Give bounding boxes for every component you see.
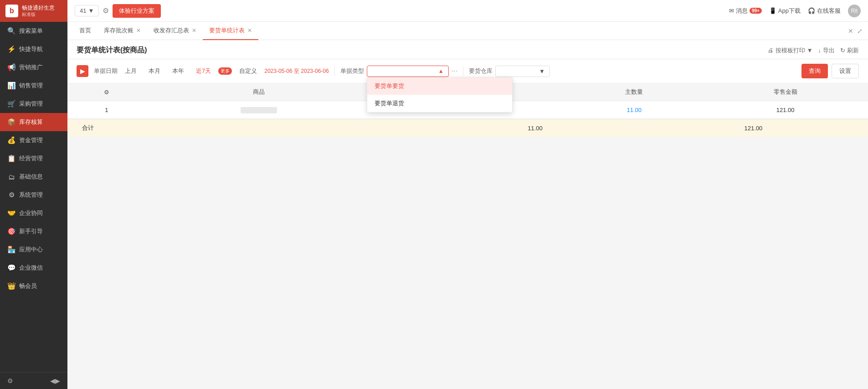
warehouse-filter-group: 要货仓库 ▼ [469,66,550,77]
dropdown-item-order[interactable]: 要货单要货 [367,77,512,95]
message-button[interactable]: ✉ 消息 99+ [729,7,762,15]
tab-batch[interactable]: 库存批次账 ✕ [98,22,147,40]
date-filter-label: 单据日期 [94,67,118,75]
chevron-down-warehouse-icon: ▼ [539,68,545,75]
sidebar-item-member[interactable]: 👑 畅会员 [0,277,67,295]
online-service-label: 在线客服 [817,7,841,15]
tab-order-stat[interactable]: 要货单统计表 ✕ [203,22,258,40]
sidebar-item-finance[interactable]: 💰 资金管理 [0,131,67,149]
service-icon: 🎧 [808,7,815,14]
row-quantity[interactable]: 11.00 [565,101,703,119]
date-custom-btn[interactable]: 自定义 [235,65,262,77]
sidebar-item-system[interactable]: ⚙ 系统管理 [0,186,67,204]
guide-icon: 🎯 [7,227,15,235]
table-footer: 合计 11.00 121.00 [67,119,868,137]
filter-expand-button[interactable]: ▶ [77,65,88,77]
sidebar-item-label: 系统管理 [19,191,43,199]
footer-label: 合计 [73,124,164,132]
phone-icon: 📱 [769,7,776,14]
col-amount-header: 零售金额 [703,83,868,101]
close-collect-tab-icon[interactable]: ✕ [192,27,196,34]
sidebar-item-guide[interactable]: 🎯 新手引导 [0,222,67,241]
expand-tab-icon[interactable]: ⤢ [857,27,863,35]
filter-action-group: 查询 设置 [801,64,859,78]
warehouse-filter-label: 要货仓库 [469,67,493,75]
product-name-placeholder [241,107,277,113]
type-select[interactable]: ▲ [367,66,449,77]
store-selector[interactable]: 41 ▼ [75,5,99,16]
type-filter-more-icon[interactable]: ··· [452,67,457,75]
filter-divider-1 [334,67,335,76]
system-icon: ⚙ [7,191,15,199]
sidebar-item-basic[interactable]: 🗂 基础信息 [0,168,67,186]
tab-order-stat-label: 要货单统计表 [209,26,245,35]
close-all-tabs-icon[interactable]: ✕ [848,27,853,35]
sidebar-item-wechat[interactable]: 💬 企业微信 [0,259,67,277]
sidebar-item-marketing[interactable]: 📢 营销推广 [0,58,67,77]
sidebar-item-label: 搜索菜单 [19,27,43,35]
close-order-stat-tab-icon[interactable]: ✕ [247,27,252,34]
app-download-button[interactable]: 📱 App下载 [769,7,801,15]
type-dropdown-menu: 要货单要货 要货单退货 [367,77,513,113]
sidebar-item-inventory[interactable]: 📦 库存核算 [0,113,67,131]
sidebar-item-label: 快捷导航 [19,45,43,53]
message-badge: 99+ [750,8,762,14]
app-download-label: App下载 [778,7,801,15]
sidebar-item-appstore[interactable]: 🏪 应用中心 [0,241,67,259]
date-this-month-btn[interactable]: 本月 [144,65,165,77]
col-product-header: 商品 [146,83,372,101]
date-this-year-btn[interactable]: 本年 [168,65,189,77]
settings-button[interactable]: 设置 [832,64,859,78]
sidebar-item-label: 销售管理 [19,82,43,90]
gear-icon[interactable]: ⚙ [103,6,109,15]
sidebar-item-label: 企业协同 [19,209,43,217]
row-index: 1 [67,101,146,119]
tab-home[interactable]: 首页 [73,22,98,40]
footer-spacer [164,125,426,132]
type-select-input[interactable] [372,68,436,75]
trial-button[interactable]: 体验行业方案 [113,4,161,18]
sidebar-item-search[interactable]: 🔍 搜索菜单 [0,22,67,40]
cooperation-icon: 🤝 [7,209,15,217]
online-service-button[interactable]: 🎧 在线客服 [808,7,841,15]
export-button[interactable]: ↓ 导出 [818,46,835,55]
sidebar-item-label: 经营管理 [19,154,43,163]
settings-footer-icon[interactable]: ⚙ [7,377,13,384]
print-button[interactable]: 🖨 按模板打印 ▼ [768,46,813,55]
query-button[interactable]: 查询 [801,64,828,78]
sidebar-item-label: 采购管理 [19,100,43,108]
footer-amount: 121.00 [644,125,863,132]
sidebar-item-label: 基础信息 [19,173,43,181]
operation-icon: 📋 [7,154,15,163]
sidebar-item-operation[interactable]: 📋 经营管理 [0,149,67,168]
sidebar-item-label: 畅会员 [19,282,37,290]
chevron-down-icon: ▼ [88,7,94,14]
sidebar-item-purchase[interactable]: 🛒 采购管理 [0,95,67,113]
tab-collect-label: 收发存汇总表 [154,26,189,35]
refresh-button[interactable]: ↻ 刷新 [840,46,859,55]
date-last-month-btn[interactable]: 上月 [120,65,141,77]
sidebar-header: b 畅捷通好生意 标准版 [0,0,67,22]
date-last-7days-btn[interactable]: 近7天 [191,65,216,77]
page-title: 要货单统计表(按商品) [77,46,147,55]
warehouse-select[interactable]: ▼ [495,66,550,77]
tab-collect[interactable]: 收发存汇总表 ✕ [147,22,203,40]
footer-quantity: 11.00 [426,125,644,132]
close-batch-tab-icon[interactable]: ✕ [136,27,141,34]
tab-extra-controls: ✕ ⤢ [848,27,863,35]
sidebar-item-cooperation[interactable]: 🤝 企业协同 [0,204,67,222]
sidebar-item-sales[interactable]: 📊 销售管理 [0,77,67,95]
app-logo: b [5,5,18,17]
avatar[interactable]: Rit [848,5,861,17]
date-filter-group: 单据日期 上月 本月 本年 近7天 更多 自定义 2023-05-06 至 20… [94,65,329,77]
dropdown-item-return[interactable]: 要货单退货 [367,95,512,112]
topbar-right: ✉ 消息 99+ 📱 App下载 🎧 在线客服 Rit [729,5,861,17]
tab-bar: 首页 库存批次账 ✕ 收发存汇总表 ✕ 要货单统计表 ✕ ✕ ⤢ [67,22,868,40]
quick-icon: ⚡ [7,45,15,53]
collapse-sidebar-btn[interactable]: ◀▶ [50,377,60,384]
sales-icon: 📊 [7,82,15,90]
footer-values: 11.00 121.00 [164,125,863,132]
col-settings[interactable]: ⚙ [67,83,146,101]
sidebar-item-quick[interactable]: ⚡ 快捷导航 [0,40,67,58]
export-icon: ↓ [818,47,822,54]
